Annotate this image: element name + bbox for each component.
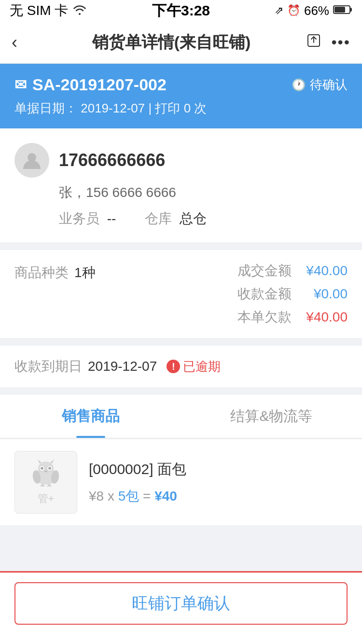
equals-sign: = [143,489,154,504]
order-number-text: SA-20191207-002 [32,75,167,94]
nav-bar: ‹ 销货单详情(来自旺铺) ••• [0,21,362,64]
share-icon[interactable] [306,33,321,52]
product-price-row: ¥8 x 5包 = ¥40 [89,487,348,505]
received-label: 收款金额 [237,285,292,303]
date-label: 单据日期： [14,101,77,115]
customer-meta: 业务员 -- 仓库 总仓 [14,210,348,228]
tab-settlement[interactable]: 结算&物流等 [181,395,362,438]
order-date: 2019-12-07 [81,101,145,115]
sales-value: -- [107,211,116,226]
due-date-card: 收款到期日 2019-12-07 ! 已逾期 [0,346,362,387]
nav-actions: ••• [302,33,350,52]
status-clock-icon: 🕐 [292,78,306,92]
order-icon: ✉ [14,76,27,93]
order-status-text: 待确认 [310,76,348,93]
order-date-info: 单据日期： 2019-12-07 | 打印 0 次 [14,100,348,117]
due-date-value: 2019-12-07 [88,359,157,374]
confirm-btn-container: 旺铺订单确认 [0,571,362,644]
tabs-container: 销售商品 结算&物流等 [0,395,362,438]
due-date-label: 收款到期日 [14,357,82,376]
battery-icon [333,3,352,18]
deal-amount-row: 成交金额 ¥40.00 [237,262,348,280]
wifi-icon [73,3,86,18]
order-number-row: ✉ SA-20191207-002 🕐 待确认 [14,75,348,94]
svg-marker-7 [38,460,42,463]
svg-marker-8 [50,460,54,463]
product-qty: 5包 [118,489,139,504]
deal-amount-label: 成交金额 [237,262,292,280]
price-prefix: ¥8 x [89,489,118,504]
tab-sales-products[interactable]: 销售商品 [0,395,181,438]
summary-card: 商品种类 1种 成交金额 ¥40.00 收款金额 ¥0.00 本单欠款 ¥40.… [0,250,362,338]
status-time: 下午3:28 [152,1,210,21]
status-bar: 无 SIM 卡 下午3:28 ⇗ ⏰ 66% [0,0,362,21]
type-count: 1种 [74,264,96,282]
location-icon: ⇗ [275,4,283,17]
owed-amount-row: 本单欠款 ¥40.00 [237,308,348,326]
carrier-text: 无 SIM 卡 [10,1,68,20]
type-label: 商品种类 [14,264,69,282]
more-icon[interactable]: ••• [331,33,350,51]
svg-rect-2 [334,7,345,13]
product-item: 管+ [0000002] 面包 ¥8 x 5包 = ¥40 [14,451,348,514]
received-value: ¥0.00 [299,286,348,302]
customer-phone[interactable]: 17666666666 [59,150,165,170]
order-number: ✉ SA-20191207-002 [14,75,167,94]
product-info: [0000002] 面包 ¥8 x 5包 = ¥40 [89,460,348,505]
owed-value: ¥40.00 [299,309,348,325]
product-total: ¥40 [154,489,177,504]
received-amount-row: 收款金额 ¥0.00 [237,285,348,303]
warehouse-value: 总仓 [180,211,207,226]
page-title: 销货单详情(来自旺铺) [41,31,302,54]
svg-point-12 [48,467,51,470]
back-button[interactable]: ‹ [12,32,41,53]
battery-text: 66% [304,3,329,18]
overdue-badge: ! 已逾期 [167,358,221,375]
deal-amount-value: ¥40.00 [299,263,348,279]
overdue-icon: ! [167,360,180,373]
customer-name: 张，156 6666 6666 [14,183,348,202]
print-info: | 打印 0 次 [148,101,207,115]
product-plus-text: 管+ [38,491,55,506]
status-left: 无 SIM 卡 [10,1,86,20]
product-code: [0000002] [89,461,153,477]
warehouse-label: 仓库 [145,211,172,226]
customer-card: 17666666666 张，156 6666 6666 业务员 -- 仓库 总仓 [0,128,362,242]
summary-left: 商品种类 1种 [14,262,96,282]
order-status: 🕐 待确认 [292,76,348,93]
owed-label: 本单欠款 [237,308,292,326]
product-name: [0000002] 面包 [89,460,348,479]
product-owl-icon [29,459,63,490]
wangpu-confirm-button[interactable]: 旺铺订单确认 [14,582,348,625]
summary-right: 成交金额 ¥40.00 收款金额 ¥0.00 本单欠款 ¥40.00 [237,262,348,326]
order-header-card: ✉ SA-20191207-002 🕐 待确认 单据日期： 2019-12-07… [0,64,362,128]
product-section: 管+ [0000002] 面包 ¥8 x 5包 = ¥40 [0,439,362,525]
svg-point-11 [41,467,43,470]
status-right: ⇗ ⏰ 66% [275,3,352,18]
customer-avatar [14,143,49,178]
product-name-text: 面包 [157,461,186,477]
customer-row: 17666666666 [14,143,348,178]
alarm-icon: ⏰ [287,4,300,17]
overdue-text: 已逾期 [183,358,221,375]
svg-rect-1 [350,8,352,12]
product-image: 管+ [14,451,77,514]
sales-label: 业务员 [59,211,99,226]
